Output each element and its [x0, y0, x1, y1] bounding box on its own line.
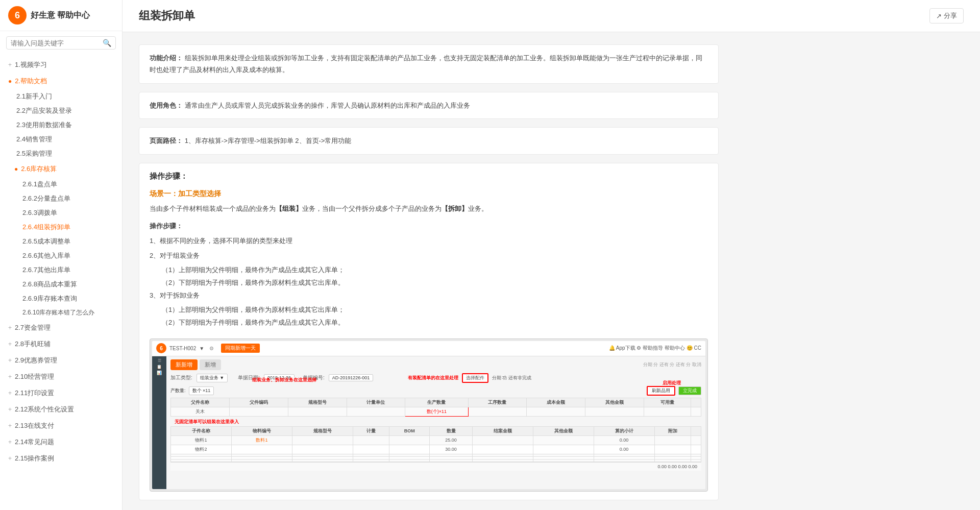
- screenshot: 6 TEST-H002 ▼ ⚙ 同期新增一天 🔔 App下载 ⚙ 帮助指导 帮助…: [152, 341, 705, 489]
- mock-side-icon2: 📋: [157, 365, 162, 369]
- table-row: [171, 459, 701, 462]
- mock-topbar-text: TEST-H002: [169, 346, 196, 351]
- func-intro-block: 功能介绍： 组装拆卸单用来处理企业组装或拆卸等加工业务，支持有固定装配清单的产品…: [139, 44, 719, 84]
- share-icon: ↗: [936, 12, 942, 20]
- sidebar-item-faq[interactable]: + 2.14常见问题: [0, 434, 122, 450]
- step2: 2、对于组装业务: [150, 250, 708, 262]
- sidebar-item-new[interactable]: 2.1新手入门: [0, 89, 122, 104]
- screenshot-wrapper: 6 TEST-H002 ▼ ⚙ 同期新增一天 🔔 App下载 ⚙ 帮助指导 帮助…: [150, 338, 708, 492]
- sidebar-item-video[interactable]: + 1.视频学习: [0, 57, 122, 73]
- sidebar-item-inv-query[interactable]: 2.6.9库存账本查询: [0, 292, 122, 306]
- sidebar-item-inventory[interactable]: ● 2.6库存核算: [0, 161, 122, 177]
- sidebar-item-dispatch[interactable]: 2.6.3调拨单: [0, 206, 122, 220]
- sidebar-item-install[interactable]: 2.2产品安装及登录: [0, 104, 122, 118]
- func-intro-label: 功能介绍：: [150, 54, 183, 62]
- path-block: 页面路径： 1、库存核算->库存管理->组装拆卸单 2、首页->常用功能: [139, 127, 719, 154]
- mock-logo: 6: [156, 343, 166, 353]
- mock-select-btn: 选择配件: [462, 373, 488, 383]
- mock-footer: 0.00 0.00 0.00 0.00: [170, 462, 701, 471]
- path-label: 页面路径：: [150, 137, 183, 144]
- sidebar-item-assembly[interactable]: 2.6.4组装拆卸单: [0, 220, 122, 234]
- nav-tree: + 1.视频学习 ● 2.帮助文档 2.1新手入门 2.2产品安装及登录 2.3…: [0, 55, 122, 469]
- share-button[interactable]: ↗ 分享: [929, 8, 964, 23]
- page-title: 组装拆卸单: [139, 8, 195, 23]
- main-header: 组装拆卸单 ↗ 分享: [122, 0, 980, 32]
- mock-type-select: 组装业务 ▼: [197, 374, 228, 382]
- step2-2: （2）下部明细为子件明细，最终作为原材料生成其它出库单。: [150, 277, 708, 289]
- sidebar-item-inv-error[interactable]: 2.6.10库存账本错了怎么办: [0, 306, 122, 320]
- sidebar-item-other-in[interactable]: 2.6.6其他入库单: [0, 249, 122, 263]
- sidebar-item-mgmt[interactable]: + 2.10经营管理: [0, 369, 122, 385]
- step3-1: （1）上部明细为父件明细，最终作为原材料生成其它出库单；: [150, 304, 708, 317]
- sidebar-item-split[interactable]: 2.6.2分量盘点单: [0, 191, 122, 206]
- search-box[interactable]: 🔍: [6, 36, 116, 50]
- step1: 1、根据不同的业务，选择不同单据的类型来处理: [150, 235, 708, 248]
- sidebar-item-cost-calc[interactable]: 2.6.8商品成本重算: [0, 277, 122, 292]
- sidebar-item-count[interactable]: 2.6.1盘点单: [0, 177, 122, 191]
- table-row: 物料2 30.00 0.00: [171, 445, 701, 454]
- expand-icon: +: [8, 61, 12, 68]
- step3: 3、对于拆卸业务: [150, 289, 708, 302]
- main-content: 组装拆卸单 ↗ 分享 功能介绍： 组装拆卸单用来处理企业组装或拆卸等加工业务，支…: [122, 0, 980, 510]
- role-block: 使用角色： 通常由生产人员或库管人员完成拆装业务的操作，库管人员确认原材料的出库…: [139, 92, 719, 119]
- table-row: 关木 数(个)×11: [171, 407, 701, 416]
- scene1-label: 场景一：加工类型选择: [150, 189, 708, 199]
- search-icon: 🔍: [103, 39, 111, 47]
- role-text: 通常由生产人员或库管人员完成拆装业务的操作，库管人员确认原材料的出库和产成品的入…: [185, 102, 470, 109]
- logo-icon: 6: [8, 6, 27, 25]
- mock-tab-active: 新新增: [170, 359, 198, 370]
- step2-1: （1）上部明细为父件明细，最终作为产成品生成其它入库单；: [150, 264, 708, 277]
- content-area: 功能介绍： 组装拆卸单用来处理企业组装或拆卸等加工业务，支持有固定装配清单的产品…: [122, 32, 735, 510]
- mock-annot2: 组装业务、拆卸业务在这里选择: [252, 377, 316, 383]
- mock-num-input: AD-20191226-001: [329, 374, 374, 381]
- inventory-collapse-icon: ●: [14, 165, 18, 173]
- mock-annot4: 无固定清单可以组装在这里录入: [170, 419, 701, 425]
- sidebar-item-sales[interactable]: 2.4销售管理: [0, 132, 122, 147]
- mock-enable-input: 刷新品用: [647, 386, 675, 396]
- mock-annot3: 启用处理: [663, 380, 681, 386]
- mock-new-btn: 同期新增一天: [221, 344, 260, 353]
- sidebar-item-cost[interactable]: 2.6.5成本调整单: [0, 234, 122, 249]
- sidebar-item-purchase[interactable]: 2.5采购管理: [0, 147, 122, 161]
- scene1-desc: 当由多个子件材料组装成一个成品的业务为【组装】业务，当由一个父件拆分成多个子产品…: [150, 203, 708, 215]
- mock-annot1: 有装配清单的在这里处理: [408, 375, 458, 380]
- mock-side-icon1: ☰: [158, 358, 161, 363]
- sidebar-item-online-pay[interactable]: + 2.13在线支付: [0, 418, 122, 434]
- sidebar-item-capital[interactable]: + 2.7资金管理: [0, 320, 122, 336]
- mock-child-table: 子件名称 物料编号 规格型号 计量 BOM 数量 结案金额 其他金额 算的小计: [170, 426, 701, 462]
- mock-form-row2: 产数量: 数个 ×11 组装业务、拆卸业务在这里选择 启用处理 刷新品用 立完成: [170, 386, 701, 396]
- sidebar-item-docs[interactable]: ● 2.帮助文档: [0, 73, 122, 89]
- search-input[interactable]: [11, 39, 103, 47]
- table-row: 物料1 数料1 25.00 0.00: [171, 435, 701, 445]
- mock-annot-area1: 有装配清单的在这里处理 选择配件 分期 功 还有非完成: [408, 373, 531, 383]
- sidebar-item-other-out[interactable]: 2.6.7其他出库单: [0, 263, 122, 277]
- sidebar-header: 6 好生意 帮助中心: [0, 0, 122, 31]
- mock-form-row1: 加工类型: 组装业务 ▼ 单据日期: 2019-12-26 单据编号: AD-2…: [170, 373, 701, 383]
- ops-steps-label: 操作步骤：: [150, 220, 708, 233]
- mock-tab-inactive: 新增: [200, 359, 221, 370]
- role-label: 使用角色：: [150, 102, 183, 109]
- func-intro-text: 组装拆卸单用来处理企业组装或拆卸等加工业务，支持有固定装配清单的产品加工业务，也…: [150, 54, 702, 74]
- sidebar-item-mobile[interactable]: + 2.8手机旺辅: [0, 336, 122, 352]
- path-text: 1、库存核算->库存管理->组装拆卸单 2、首页->常用功能: [185, 137, 352, 144]
- sidebar-item-cases[interactable]: + 2.15操作案例: [0, 450, 122, 467]
- mock-side-icon3: 📊: [157, 371, 162, 375]
- brand-name: 好生意 帮助中心: [31, 10, 90, 21]
- sidebar: 6 好生意 帮助中心 🔍 + 1.视频学习 ● 2.帮助文档 2.1新手入门 2…: [0, 0, 122, 510]
- sidebar-item-custom[interactable]: + 2.12系统个性化设置: [0, 401, 122, 418]
- mock-parent-table: 父件名称 父件编码 规格型号 计量单位 生产数量 工序数量 成本金额 其他金额: [170, 398, 701, 417]
- sidebar-item-data[interactable]: 2.3使用前数据准备: [0, 118, 122, 132]
- collapse-icon: ●: [8, 78, 12, 85]
- mock-confirm-btn: 立完成: [678, 386, 701, 395]
- ops-label: 操作步骤：: [150, 172, 708, 181]
- sidebar-item-print[interactable]: + 2.11打印设置: [0, 385, 122, 401]
- sidebar-item-coupon[interactable]: + 2.9优惠券管理: [0, 352, 122, 369]
- step3-2: （2）下部明细为子件明细，最终作为产成品生成其它入库单。: [150, 317, 708, 329]
